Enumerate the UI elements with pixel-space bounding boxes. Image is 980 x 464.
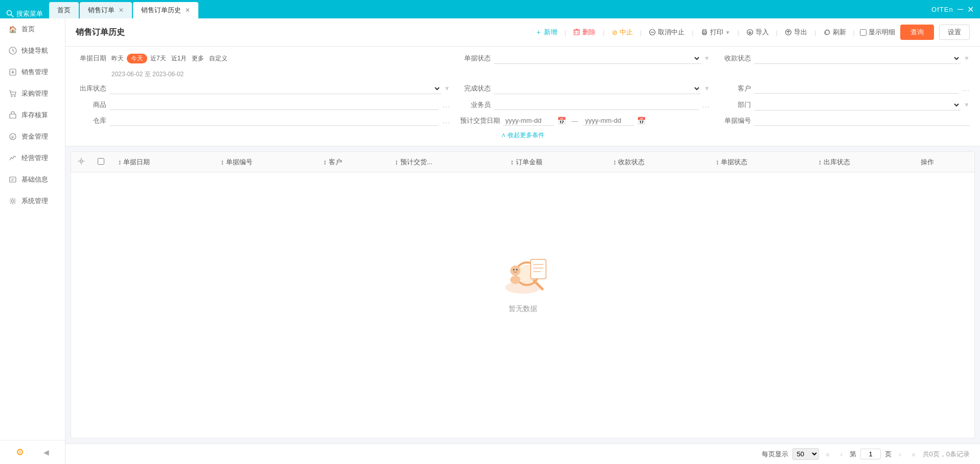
sidebar-item-purchase[interactable]: 采购管理: [0, 83, 65, 104]
cancel-stop-button[interactable]: 取消中止: [647, 27, 687, 38]
customer-input[interactable]: [754, 83, 959, 94]
th-customer[interactable]: ↕ 客户: [317, 152, 389, 172]
salesperson-more-icon[interactable]: …: [702, 100, 710, 109]
tab-sales-order-history[interactable]: 销售订单历史 ✕: [133, 2, 198, 18]
order-no-input[interactable]: [754, 116, 970, 126]
sidebar-settings-icon[interactable]: ⚙: [16, 447, 24, 458]
date-btn-1month[interactable]: 近1月: [169, 54, 189, 63]
stop-button[interactable]: ⊘ 中止: [610, 27, 635, 38]
delete-label: 删除: [582, 28, 596, 37]
sidebar-item-quick-nav[interactable]: 快捷导航: [0, 40, 65, 61]
warehouse-more-icon[interactable]: …: [442, 116, 450, 125]
customer-more-icon[interactable]: …: [962, 84, 970, 93]
page-unit: 页: [885, 450, 892, 459]
tab-sales-order-history-close[interactable]: ✕: [185, 7, 190, 14]
sidebar-item-base[interactable]: 基础信息: [0, 169, 65, 190]
date-btn-7days[interactable]: 近7天: [148, 54, 168, 63]
product-more-icon[interactable]: …: [442, 100, 450, 109]
page-next-btn[interactable]: ›: [896, 449, 904, 459]
th-out-status-label: ↕ 出库状态: [818, 158, 850, 166]
date-btn-today[interactable]: 今天: [127, 54, 147, 63]
page-first-btn[interactable]: «: [823, 449, 833, 459]
th-checkbox[interactable]: [92, 152, 112, 172]
query-button[interactable]: 查询: [900, 25, 934, 40]
filter-out-status: 出库状态 ▼: [76, 83, 450, 94]
add-label: 新增: [544, 28, 557, 37]
salesperson-label: 业务员: [460, 100, 491, 109]
department-select[interactable]: [754, 99, 961, 111]
product-input[interactable]: [109, 100, 439, 110]
sidebar-label-system: 系统管理: [21, 196, 48, 206]
complete-status-select[interactable]: [494, 83, 700, 94]
th-order-no[interactable]: ↕ 单据编号: [215, 152, 317, 172]
add-button[interactable]: ＋ 新增: [533, 27, 559, 38]
order-status-select[interactable]: [494, 53, 700, 64]
main-layout: 🏠 首页 快捷导航 销售管理 采购管理 库存核算: [0, 18, 980, 464]
print-label: 打印: [710, 28, 723, 37]
cancel-stop-label: 取消中止: [658, 28, 685, 37]
page-last-btn[interactable]: »: [908, 449, 919, 459]
search-menu[interactable]: 搜索菜单: [6, 9, 43, 18]
empty-state: 暂无数据: [71, 203, 974, 355]
export-button[interactable]: 导出: [783, 27, 809, 38]
sidebar-item-finance[interactable]: ¥ 资金管理: [0, 126, 65, 147]
svg-point-38: [516, 269, 517, 271]
date-btn-more[interactable]: 更多: [190, 54, 206, 63]
delete-button[interactable]: 删除: [571, 27, 598, 38]
page-size-label: 每页显示: [762, 450, 788, 459]
th-out-status[interactable]: ↕ 出库状态: [812, 152, 915, 172]
date-group: 昨天 今天 近7天 近1月 更多 自定义: [109, 54, 450, 63]
sidebar-item-inventory[interactable]: 库存核算: [0, 104, 65, 126]
filter-row-3: 商品 … 业务员 … 部门 ▼: [76, 99, 970, 111]
show-detail-checkbox[interactable]: [860, 29, 867, 36]
svg-rect-39: [531, 259, 546, 279]
pay-status-select[interactable]: [754, 53, 961, 64]
show-detail-checkbox-label[interactable]: 显示明细: [860, 28, 895, 37]
topbar-close-icon[interactable]: ✕: [967, 5, 974, 14]
th-expected-date[interactable]: ↕ 预计交货...: [389, 152, 505, 172]
salesperson-input[interactable]: [494, 100, 698, 110]
topbar-minimize-icon[interactable]: ─: [958, 5, 963, 14]
empty-illustration: [487, 244, 559, 300]
th-amount[interactable]: ↕ 订单金额: [505, 152, 607, 172]
often-text: OfTEn: [931, 6, 953, 13]
collapse-bar[interactable]: ∧ 收起更多条件: [76, 131, 970, 140]
table-container: ↕ 单据日期 ↕ 单据编号 ↕ 客户 ↕ 预计交货... ↕ 订单金额: [71, 151, 975, 438]
pagination-bar: 每页显示 50 10 20 100 « ‹ 第 页 › » 共0页，0条记录: [65, 444, 980, 464]
search-icon: [6, 10, 14, 18]
table-body: 暂无数据: [71, 172, 974, 386]
warehouse-input[interactable]: [109, 116, 439, 126]
settings-button[interactable]: 设置: [939, 25, 970, 40]
empty-state-row: 暂无数据: [71, 172, 974, 386]
page-prev-btn[interactable]: ‹: [837, 449, 846, 459]
filter-row-4: 仓库 … 预计交货日期 📅 — 📅 单据编号: [76, 116, 970, 126]
expected-date-end[interactable]: [583, 116, 634, 126]
date-btn-yesterday[interactable]: 昨天: [109, 54, 126, 63]
expected-date-start[interactable]: [503, 116, 554, 126]
sidebar-item-system[interactable]: 系统管理: [0, 190, 65, 212]
select-all-checkbox[interactable]: [98, 158, 104, 165]
calendar-end-icon[interactable]: 📅: [637, 117, 646, 125]
base-icon: [8, 175, 17, 184]
print-button[interactable]: 打印 ▼: [699, 27, 733, 38]
date-btn-custom[interactable]: 自定义: [207, 54, 230, 63]
sidebar-item-operations[interactable]: 经营管理: [0, 147, 65, 169]
page-size-select[interactable]: 50 10 20 100: [792, 448, 819, 460]
search-area[interactable]: 搜索菜单: [0, 9, 49, 18]
sidebar-collapse-icon[interactable]: ◀: [43, 448, 49, 456]
tab-home[interactable]: 首页: [49, 2, 79, 18]
th-order-status[interactable]: ↕ 单据状态: [710, 152, 812, 172]
th-date[interactable]: ↕ 单据日期: [112, 152, 215, 172]
customer-label: 客户: [720, 84, 751, 93]
tab-sales-order-close[interactable]: ✕: [119, 7, 124, 14]
refresh-button[interactable]: 刷新: [822, 27, 848, 38]
tab-sales-order[interactable]: 销售订单 ✕: [80, 2, 132, 18]
sidebar-item-home[interactable]: 🏠 首页: [0, 18, 65, 40]
sidebar-item-sales[interactable]: 销售管理: [0, 61, 65, 83]
th-gear[interactable]: [71, 152, 92, 172]
page-input[interactable]: [860, 449, 881, 459]
out-status-select[interactable]: [109, 83, 441, 94]
calendar-start-icon[interactable]: 📅: [557, 117, 566, 125]
import-button[interactable]: 导入: [744, 27, 771, 38]
th-pay-status[interactable]: ↕ 收款状态: [607, 152, 710, 172]
